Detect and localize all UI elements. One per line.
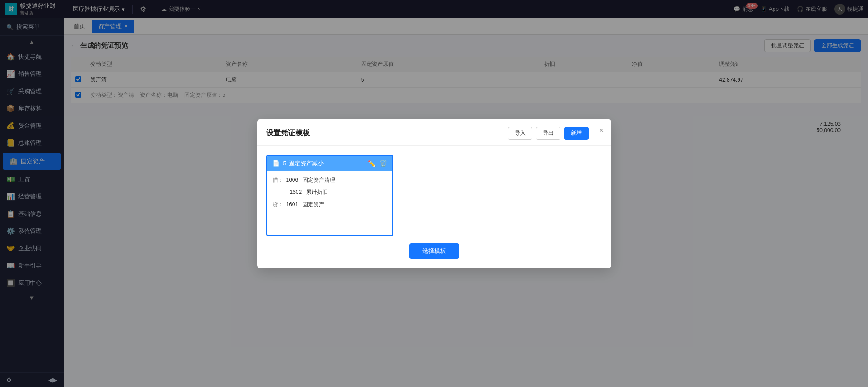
template-card-body: 借： 1606 固定资产清理 1602 累计折旧 (267, 171, 392, 235)
modal-overlay[interactable]: 设置凭证模板 导入 导出 新增 × 📄 5-固定资产减少 ✏️ 🗑️ (0, 0, 868, 387)
template-credit-row: 贷： 1601 固定资产 (267, 198, 392, 211)
import-button[interactable]: 导入 (508, 127, 532, 140)
new-button[interactable]: 新增 (564, 127, 589, 140)
template-card-actions: ✏️ 🗑️ (368, 160, 387, 167)
template-card-header: 📄 5-固定资产减少 ✏️ 🗑️ (267, 156, 392, 171)
modal-toolbar: 导入 导出 新增 (508, 127, 589, 140)
export-button[interactable]: 导出 (536, 127, 560, 140)
template-debit-header: 借： 1606 固定资产清理 (267, 174, 392, 186)
edit-icon[interactable]: ✏️ (368, 160, 376, 167)
template-doc-icon: 📄 (273, 160, 280, 167)
modal-body: 📄 5-固定资产减少 ✏️ 🗑️ 借： 1606 固定资产清理 (257, 146, 611, 268)
template-name: 5-固定资产减少 (283, 159, 324, 168)
template-debit-row2: 1602 累计折旧 (267, 186, 392, 198)
delete-icon[interactable]: 🗑️ (379, 160, 387, 167)
select-template-button[interactable]: 选择模板 (409, 243, 459, 259)
template-empty-row1 (267, 211, 392, 222)
modal-set-voucher-template: 设置凭证模板 导入 导出 新增 × 📄 5-固定资产减少 ✏️ 🗑️ (257, 119, 611, 268)
template-card: 📄 5-固定资产减少 ✏️ 🗑️ 借： 1606 固定资产清理 (266, 155, 393, 236)
template-empty-row2 (267, 222, 392, 233)
select-template-area: 选择模板 (266, 243, 602, 259)
modal-close-button[interactable]: × (599, 126, 604, 135)
modal-header: 设置凭证模板 导入 导出 新增 × (257, 119, 611, 146)
modal-title: 设置凭证模板 (266, 129, 310, 138)
